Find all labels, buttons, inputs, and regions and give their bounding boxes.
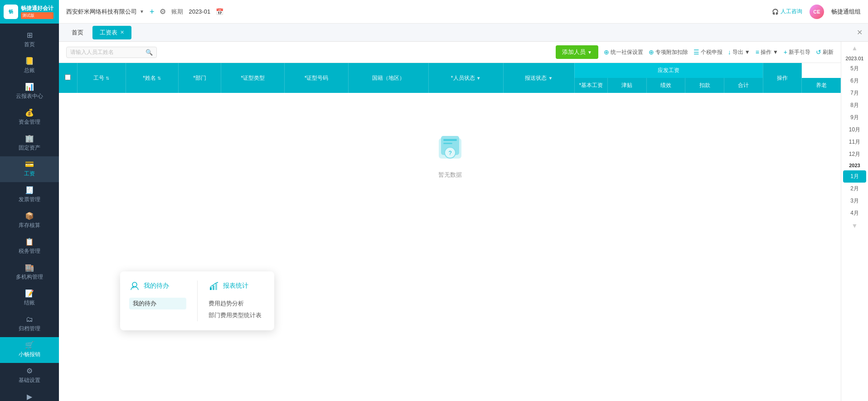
sidebar-item-icon-13: ⚙ (26, 367, 33, 375)
action-export[interactable]: ↓ 导出 ▼ (728, 48, 750, 56)
sidebar-nav: ⊞首页📒总账📊云报表中心💰资金管理🏢固定资产💳工资🧾发票管理📦库存核算📋税务管理… (0, 24, 59, 401)
month-4[interactable]: 4月 (841, 207, 868, 219)
reports-icon (209, 280, 219, 291)
guide-icon: + (784, 48, 787, 56)
sidebar-item-11[interactable]: 🗂归档管理 (0, 311, 59, 337)
sidebar-item-13[interactable]: ⚙基础设置 (0, 363, 59, 389)
col-checkbox[interactable] (59, 63, 77, 93)
action-tax-deduction[interactable]: ⊕ 专项附加扣除 (649, 48, 688, 56)
month-10[interactable]: 10月 (841, 124, 868, 136)
content-area: 🔍 添加人员 ▼ ⊕ 统一社保设置 ⊕ 专项附加扣除 (59, 42, 868, 401)
sidebar-item-icon-2: 📊 (25, 83, 34, 91)
sidebar-item-icon-4: 🏢 (25, 135, 34, 142)
tab-close-icon[interactable]: ✕ (120, 30, 124, 35)
toolbar: 🔍 添加人员 ▼ ⊕ 统一社保设置 ⊕ 专项附加扣除 (59, 42, 841, 63)
month-nav-down[interactable]: ▼ (841, 219, 868, 232)
month-9[interactable]: 9月 (841, 111, 868, 124)
month-panel: ▲ 2023.01 5月 6月 7月 8月 9月 10月 11月 12月 202… (841, 42, 868, 401)
month-5[interactable]: 5月 (841, 63, 868, 75)
company-selector[interactable]: 西安虾米网络科技有限公司 ▼ (66, 8, 144, 16)
year-2023-label: 2023 (841, 160, 868, 170)
month-3[interactable]: 3月 (841, 195, 868, 207)
tax-report-icon: ☰ (693, 48, 699, 56)
topbar: 西安虾米网络科技有限公司 ▼ + ⚙ 账期 2023-01 📅 🎧 人工咨询 C… (59, 0, 868, 24)
payroll-table: 工号 ⇅ *姓名 ⇅ *部门 *证型类型 *证型号码 国籍（地区） *人员状态 … (59, 63, 841, 93)
popup-col-reports-header: 报表统计 (209, 280, 266, 291)
select-all-checkbox[interactable] (65, 74, 71, 80)
month-8[interactable]: 8月 (841, 99, 868, 111)
svg-rect-10 (215, 284, 217, 290)
col-report-status: 报送状态 ▼ (504, 63, 575, 93)
main-content: 西安虾米网络科技有限公司 ▼ + ⚙ 账期 2023-01 📅 🎧 人工咨询 C… (59, 0, 868, 401)
export-icon: ↓ (728, 48, 731, 56)
search-icon: 🔍 (145, 49, 153, 56)
action-tax-report[interactable]: ☰ 个税申报 (693, 48, 723, 56)
col-status: *人员状态 ▼ (428, 63, 503, 93)
sidebar-item-5[interactable]: 💳工资 (0, 156, 59, 182)
sidebar-item-icon-14: ▶ (27, 393, 32, 401)
action-guide[interactable]: + 新手引导 (784, 48, 810, 56)
sidebar-item-3[interactable]: 💰资金管理 (0, 105, 59, 130)
sidebar-item-4[interactable]: 🏢固定资产 (0, 130, 59, 156)
month-6[interactable]: 6月 (841, 75, 868, 87)
svg-rect-3 (443, 143, 452, 144)
popup-item-cost-trend[interactable]: 费用趋势分析 (209, 298, 266, 309)
service-button[interactable]: 🎧 人工咨询 (772, 8, 802, 15)
col-nationality: 国籍（地区） (348, 63, 428, 93)
operation-icon: ≡ (756, 48, 759, 56)
add-company-button[interactable]: + (150, 8, 155, 16)
month-12[interactable]: 12月 (841, 148, 868, 160)
action-social-security[interactable]: ⊕ 统一社保设置 (604, 48, 643, 56)
filter-status-icon[interactable]: ▼ (476, 76, 481, 81)
popup-menu: 我的待办 我的待办 报表统计 费用趋势分析 部门费用类型统计表 (120, 271, 274, 330)
month-2[interactable]: 2月 (841, 183, 868, 195)
sidebar-item-label-8: 税务管理 (19, 247, 40, 255)
month-11[interactable]: 11月 (841, 136, 868, 148)
logo-badge: 测试版 (21, 12, 53, 19)
sidebar-item-6[interactable]: 🧾发票管理 (0, 182, 59, 208)
tab-payroll[interactable]: 工资表 ✕ (92, 26, 131, 39)
action-operation[interactable]: ≡ 操作 ▼ (756, 48, 778, 56)
sidebar-item-7[interactable]: 📦库存核算 (0, 208, 59, 234)
sidebar-item-2[interactable]: 📊云报表中心 (0, 79, 59, 105)
sidebar-item-icon-10: 📝 (25, 290, 34, 297)
popup-col-reports: 报表统计 费用趋势分析 部门费用类型统计表 (209, 280, 266, 321)
popup-item-my-todo[interactable]: 我的待办 (129, 298, 186, 309)
sidebar-item-label-10: 结账 (24, 299, 35, 307)
sidebar-item-14[interactable]: ▶新手引导 (0, 389, 59, 401)
popup-col-todo-header: 我的待办 (129, 280, 186, 291)
sub-col-deduction: 扣款 (685, 78, 724, 93)
sub-col-allowance: 津贴 (608, 78, 647, 93)
sidebar-item-10[interactable]: 📝结账 (0, 285, 59, 311)
popup-item-dept-cost[interactable]: 部门费用类型统计表 (209, 309, 266, 321)
action-refresh[interactable]: ↺ 刷新 (816, 48, 834, 56)
tab-home[interactable]: 首页 (64, 26, 91, 39)
month-nav-up[interactable]: ▲ (841, 42, 868, 54)
col-id-no: *证型号码 (285, 63, 348, 93)
sub-col-total: 合计 (724, 78, 763, 93)
sidebar-item-9[interactable]: 🏬多机构管理 (0, 260, 59, 285)
sidebar-item-12[interactable]: 🛒小畅报销 (0, 337, 59, 363)
avatar[interactable]: CE (810, 5, 824, 19)
sidebar-item-8[interactable]: 📋税务管理 (0, 234, 59, 260)
sidebar-item-icon-9: 🏬 (25, 264, 34, 271)
app-logo[interactable]: 畅 畅捷通好会计 测试版 (0, 0, 59, 24)
sort-icon: ⇅ (106, 76, 109, 81)
sidebar-item-label-9: 多机构管理 (16, 273, 43, 281)
period-calendar-icon[interactable]: 📅 (216, 8, 223, 15)
sidebar-item-0[interactable]: ⊞首页 (0, 27, 59, 53)
svg-rect-9 (213, 285, 214, 290)
add-person-button[interactable]: 添加人员 ▼ (556, 45, 598, 59)
month-7[interactable]: 7月 (841, 87, 868, 99)
search-box[interactable]: 🔍 (66, 47, 157, 58)
sidebar-item-1[interactable]: 📒总账 (0, 53, 59, 79)
month-1-active[interactable]: 1月 (843, 170, 866, 183)
close-panel-button[interactable]: ✕ (857, 28, 863, 37)
filter-report-icon[interactable]: ▼ (548, 76, 553, 81)
table-container: 工号 ⇅ *姓名 ⇅ *部门 *证型类型 *证型号码 国籍（地区） *人员状态 … (59, 63, 841, 401)
sidebar-item-label-6: 发票管理 (19, 196, 40, 203)
settings-icon[interactable]: ⚙ (160, 7, 166, 16)
sidebar-item-icon-1: 📒 (25, 58, 34, 65)
period-label: 账期 (171, 8, 183, 16)
search-input[interactable] (70, 49, 143, 55)
